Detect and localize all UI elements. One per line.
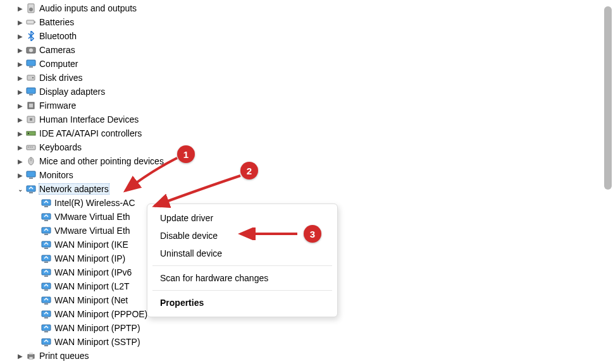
tree-item-label: Cameras [39, 45, 75, 55]
chevron-right-icon[interactable]: ▶ [15, 87, 25, 97]
tree-item-label: VMware Virtual Eth [54, 226, 130, 236]
network-icon [40, 308, 52, 320]
monitor-icon [25, 86, 37, 97]
tree-item-label: WAN Miniport (IPv6 [54, 267, 132, 277]
tree-item-network-adapters[interactable]: ⌄ Network adapters [15, 182, 613, 196]
chevron-right-icon[interactable]: ▶ [15, 170, 25, 180]
tree-item[interactable]: ▶Mice and other pointing devices [15, 154, 613, 168]
tree-item-label: WAN Miniport (PPPOE) [54, 309, 147, 319]
chevron-right-icon[interactable]: ▶ [15, 100, 25, 111]
network-icon [40, 281, 52, 292]
tree-item-label: Network adapters [39, 184, 109, 194]
tree-item-label: WAN Miniport (L2T [54, 281, 130, 291]
tree-item[interactable]: ▶Computer [15, 57, 613, 71]
network-icon [40, 267, 52, 278]
tree-item[interactable]: ▶Audio inputs and outputs [15, 1, 613, 15]
tree-item[interactable]: WAN Miniport (SSTP) [30, 335, 613, 349]
tree-item-label: Print queues [39, 351, 89, 361]
tree-item-label: Bluetooth [39, 31, 77, 41]
tree-item-label: WAN Miniport (Net [54, 295, 128, 305]
keyboard-icon [25, 142, 37, 153]
hid-icon [25, 114, 37, 125]
tree-item[interactable]: ▶Firmware [15, 99, 613, 112]
tree-item[interactable]: ▶Human Interface Devices [15, 112, 613, 126]
annotation-badge-2: 2 [240, 162, 258, 179]
chevron-right-icon[interactable]: ▶ [15, 73, 25, 83]
chevron-right-icon[interactable]: ▶ [15, 128, 25, 138]
network-icon [40, 322, 52, 334]
disk-icon [25, 72, 37, 83]
tree-item[interactable]: WAN Miniport (PPTP) [30, 321, 613, 335]
camera-icon [25, 44, 37, 56]
tree-item-label: Audio inputs and outputs [39, 3, 137, 13]
battery-icon [25, 16, 37, 28]
tree-item-label: Firmware [39, 100, 76, 111]
tree-item-label: Computer [39, 59, 78, 69]
tree-item[interactable]: ▶Disk drives [15, 71, 613, 85]
tree-item[interactable]: ▶Monitors [15, 168, 613, 182]
tree-item[interactable]: ▶IDE ATA/ATAPI controllers [15, 126, 613, 140]
scrollbar-thumb[interactable] [604, 6, 612, 190]
network-icon [40, 294, 52, 306]
menu-separator [152, 265, 332, 266]
menu-uninstall-device[interactable]: Uninstall device [147, 245, 337, 262]
tree-item-label: Human Interface Devices [39, 114, 139, 124]
chevron-right-icon[interactable]: ▶ [15, 351, 25, 361]
mouse-icon [25, 155, 37, 167]
speaker-icon [25, 3, 37, 14]
chevron-down-icon[interactable]: ⌄ [15, 184, 25, 194]
tree-item[interactable]: ▶Print queues [15, 349, 613, 363]
annotation-badge-1: 1 [177, 145, 195, 163]
tree-item-label: WAN Miniport (SSTP) [54, 337, 140, 347]
menu-properties[interactable]: Properties [147, 294, 337, 312]
ide-icon [25, 128, 37, 139]
chevron-right-icon[interactable]: ▶ [15, 17, 25, 27]
network-icon [40, 253, 52, 264]
monitor-icon [25, 58, 37, 70]
chevron-right-icon[interactable]: ▶ [15, 156, 25, 166]
menu-separator [152, 290, 332, 291]
tree-item-label: Monitors [39, 170, 73, 180]
chip-icon [25, 100, 37, 111]
tree-item[interactable]: ▶Bluetooth [15, 29, 613, 43]
network-icon [40, 197, 52, 209]
chevron-right-icon[interactable]: ▶ [15, 142, 25, 152]
monitor-icon [25, 169, 37, 181]
chevron-right-icon[interactable]: ▶ [15, 3, 25, 13]
tree-item-label: WAN Miniport (IP) [54, 253, 125, 264]
tree-item-label: Batteries [39, 17, 74, 27]
tree-item-label: WAN Miniport (IKE [54, 240, 128, 250]
tree-item-label: Disk drives [39, 73, 82, 83]
chevron-right-icon[interactable]: ▶ [15, 31, 25, 41]
tree-item[interactable]: ▶Cameras [15, 43, 613, 57]
bluetooth-icon [25, 30, 37, 42]
network-icon [40, 211, 52, 222]
annotation-badge-3: 3 [304, 225, 321, 243]
printer-icon [25, 350, 37, 361]
network-icon [40, 336, 52, 348]
tree-item-label: Display adapters [39, 87, 105, 97]
chevron-right-icon[interactable]: ▶ [15, 45, 25, 55]
tree-item[interactable]: ▶Keyboards [15, 140, 613, 154]
chevron-right-icon[interactable]: ▶ [15, 59, 25, 69]
menu-scan-hardware[interactable]: Scan for hardware changes [147, 269, 337, 287]
tree-item-label: WAN Miniport (PPTP) [54, 323, 140, 333]
network-icon [25, 183, 37, 195]
annotation-arrow-2 [146, 169, 253, 214]
tree-item[interactable]: ▶Batteries [15, 15, 613, 29]
tree-item-label: Keyboards [39, 142, 82, 152]
network-icon [40, 225, 52, 236]
network-icon [40, 239, 52, 250]
tree-item-label: VMware Virtual Eth [54, 212, 130, 222]
annotation-arrow-3 [234, 228, 310, 240]
tree-item-label: IDE ATA/ATAPI controllers [39, 128, 142, 138]
chevron-right-icon[interactable]: ▶ [15, 114, 25, 124]
context-menu: Update driver Disable device Uninstall d… [147, 203, 338, 317]
tree-item[interactable]: ▶Display adapters [15, 85, 613, 99]
